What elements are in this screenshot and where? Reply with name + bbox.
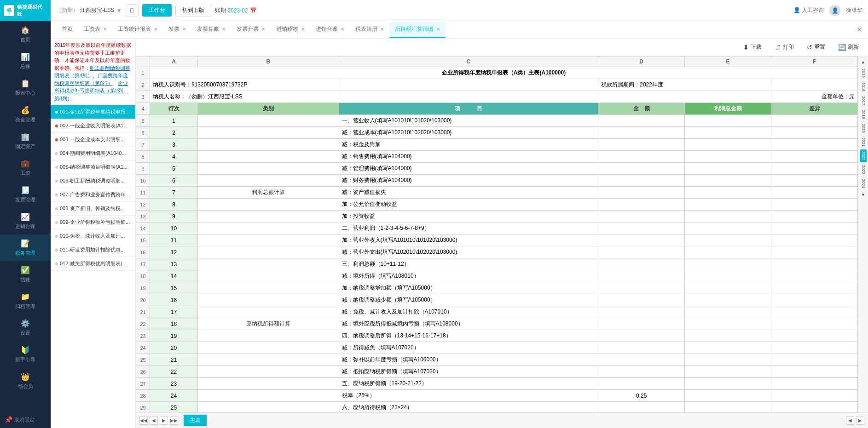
row-lrze-10[interactable] — [685, 234, 771, 246]
sidebar-item-archive[interactable]: 📁归档管理 — [0, 288, 51, 314]
company-selector[interactable]: （勿删） 江西服宝-LSS ▼ — [56, 6, 122, 14]
list-item-004[interactable]: 004-期间费用明细表(A1040... — [51, 147, 135, 160]
sidebar-item-assets[interactable]: 🏢固定资产 — [0, 128, 51, 154]
row-xuhao-16[interactable]: 17 — [150, 306, 198, 318]
row-jine-19[interactable] — [598, 342, 685, 354]
row-lrze-11[interactable] — [685, 246, 771, 258]
row-xiangmu-3[interactable]: 减：销售费用(填写A104000) — [339, 151, 598, 163]
row-jine-16[interactable] — [598, 306, 685, 318]
row-lrze-5[interactable] — [685, 175, 771, 187]
sidebar-item-home[interactable]: 🏠首页 — [0, 21, 51, 48]
row-chay-19[interactable] — [771, 342, 858, 354]
row-xuhao-23[interactable]: 24 — [150, 390, 198, 402]
row-xiangmu-6[interactable]: 减：资产减值损失 — [339, 187, 598, 199]
row-jine-4[interactable] — [598, 163, 685, 175]
row-xuhao-8[interactable]: 9 — [150, 211, 198, 223]
year-nav-item-2017[interactable]: 2017 — [860, 94, 867, 107]
list-item-010[interactable]: 010-免税、减计收入及加计... — [51, 229, 135, 243]
workbench-button[interactable]: 工作台 — [142, 4, 172, 17]
tab-close-7[interactable]: ✕ — [341, 27, 344, 32]
year-nav-item-2023[interactable]: 2023 — [860, 163, 867, 176]
row-lrze-14[interactable] — [685, 282, 771, 294]
nav-tab-7[interactable]: 进销台账✕ — [310, 22, 350, 38]
row-chay-9[interactable] — [771, 223, 858, 234]
row-xuhao-22[interactable]: 23 — [150, 378, 198, 390]
row-lrze-0[interactable] — [685, 115, 771, 127]
row-jine-0[interactable] — [598, 115, 685, 127]
sheet-prev-arrow[interactable]: ◀ — [150, 417, 158, 425]
tab-close-8[interactable]: ✕ — [380, 27, 384, 32]
row-xuhao-3[interactable]: 4 — [150, 151, 198, 163]
row-chay-12[interactable] — [771, 258, 858, 270]
row-jine-21[interactable] — [598, 366, 685, 378]
row-jine-17[interactable] — [598, 318, 685, 330]
row-xiangmu-18[interactable]: 四、纳税调整后所得（13-14+15-16-17+18） — [339, 330, 598, 342]
row-lrze-1[interactable] — [685, 127, 771, 139]
sidebar-pin-toggle[interactable]: 📌 取消固定 — [0, 411, 51, 428]
year-nav-item-2020[interactable]: 2020 — [860, 122, 867, 135]
row-chay-3[interactable] — [771, 151, 858, 163]
row-xuhao-5[interactable]: 6 — [150, 175, 198, 187]
row-lrze-9[interactable] — [685, 223, 771, 234]
row-chay-4[interactable] — [771, 163, 858, 175]
nav-tab-0[interactable]: 首页 — [56, 22, 78, 38]
row-xuhao-15[interactable]: 16 — [150, 294, 198, 306]
row-jine-12[interactable] — [598, 258, 685, 270]
row-xuhao-7[interactable]: 8 — [150, 199, 198, 211]
row-lrze-6[interactable] — [685, 187, 771, 199]
nav-tab-4[interactable]: 发票算账✕ — [191, 22, 231, 38]
row-chay-15[interactable] — [771, 294, 858, 306]
row-chay-7[interactable] — [771, 199, 858, 211]
sheet-last-arrow[interactable]: ▶▶ — [170, 417, 178, 425]
nav-tab-3[interactable]: 发票✕ — [163, 22, 191, 38]
row-jine-3[interactable] — [598, 151, 685, 163]
row-xiangmu-7[interactable]: 加：公允价值变动收益 — [339, 199, 598, 211]
download-button[interactable]: ⬇ 下载 — [740, 41, 765, 53]
row-jine-13[interactable] — [598, 270, 685, 282]
row-xiangmu-13[interactable]: 减：境外所得（填写A108010） — [339, 270, 598, 282]
page-next-arrow[interactable]: ▶ — [856, 417, 864, 425]
nav-tab-6[interactable]: 进销稽核✕ — [271, 22, 310, 38]
switch-version-button[interactable]: 切到旧版 — [175, 4, 211, 17]
row-xuhao-13[interactable]: 14 — [150, 270, 198, 282]
row-xuhao-19[interactable]: 20 — [150, 342, 198, 354]
row-jine-18[interactable] — [598, 330, 685, 342]
sidebar-item-reports[interactable]: 📋报表中心 — [0, 74, 51, 101]
row-xiangmu-24[interactable]: 六、应纳所得税额（23×24） — [339, 402, 598, 413]
row-jine-5[interactable] — [598, 175, 685, 187]
print-button[interactable]: 🖨 打印 — [771, 41, 798, 53]
row-jine-22[interactable] — [598, 378, 685, 390]
row-jine-7[interactable] — [598, 199, 685, 211]
row-xuhao-14[interactable]: 15 — [150, 282, 198, 294]
row-xiangmu-11[interactable]: 减：营业外支出(填写A102010\102020\103000) — [339, 246, 598, 258]
row-lrze-12[interactable] — [685, 258, 771, 270]
row-xuhao-18[interactable]: 19 — [150, 330, 198, 342]
service-button[interactable]: 👤 人工咨询 — [793, 6, 824, 14]
row-lrze-24[interactable] — [685, 402, 771, 413]
row-lrze-4[interactable] — [685, 163, 771, 175]
copy-icon[interactable]: 🗒 — [126, 4, 139, 17]
tab-close-1[interactable]: ✕ — [103, 27, 107, 32]
sidebar-item-tax[interactable]: 📝税务管理 — [0, 234, 51, 261]
row-lrze-8[interactable] — [685, 211, 771, 223]
row-jine-1[interactable] — [598, 127, 685, 139]
row-xiangmu-21[interactable]: 减：抵扣应纳税所得额（填写A107030） — [339, 366, 598, 378]
sheet-next-arrow[interactable]: ▶ — [160, 417, 168, 425]
sheet-first-arrow[interactable]: ◀◀ — [139, 417, 148, 425]
row-chay-14[interactable] — [771, 282, 858, 294]
reset-button[interactable]: ↺ 重置 — [803, 41, 829, 53]
row-chay-2[interactable] — [771, 139, 858, 151]
row-xiangmu-17[interactable]: 减：境外应税所得抵减境内亏损（填写A108000） — [339, 318, 598, 330]
row-xuhao-10[interactable]: 11 — [150, 234, 198, 246]
list-item-007[interactable]: 007-广告费和业务宣传费跨年... — [51, 188, 135, 202]
row-chay-16[interactable] — [771, 306, 858, 318]
row-lrze-20[interactable] — [685, 354, 771, 366]
row-xuhao-12[interactable]: 13 — [150, 258, 198, 270]
list-item-006[interactable]: 006-职工薪酬纳税调整明细... — [51, 174, 135, 188]
row-xiangmu-5[interactable]: 减：财务费用(填写A104000) — [339, 175, 598, 187]
tab-close-4[interactable]: ✕ — [222, 27, 226, 32]
tab-close-9[interactable]: ✕ — [436, 27, 440, 32]
row-chay-6[interactable] — [771, 187, 858, 199]
tab-close-3[interactable]: ✕ — [182, 27, 186, 32]
row-lrze-23[interactable] — [685, 390, 771, 402]
